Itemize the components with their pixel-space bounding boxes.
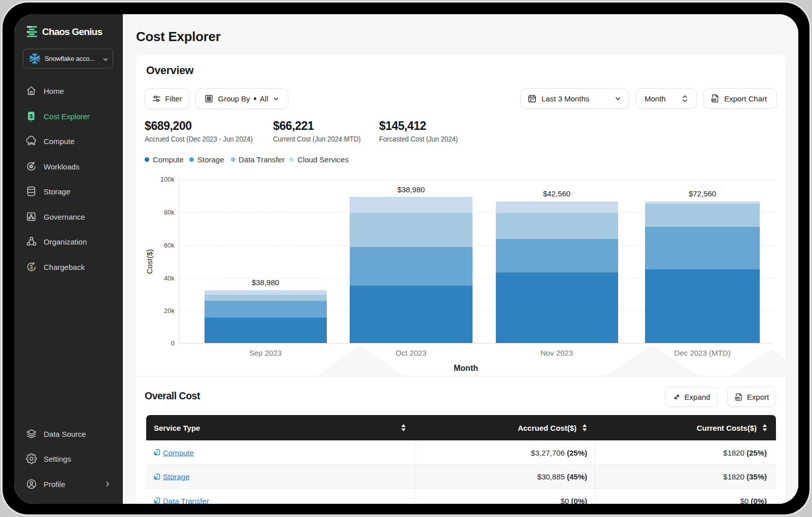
svg-text:CSV: CSV bbox=[735, 397, 739, 399]
svg-text:CSV: CSV bbox=[712, 98, 716, 100]
svg-text:$: $ bbox=[30, 264, 33, 270]
svg-text:$: $ bbox=[29, 113, 33, 119]
